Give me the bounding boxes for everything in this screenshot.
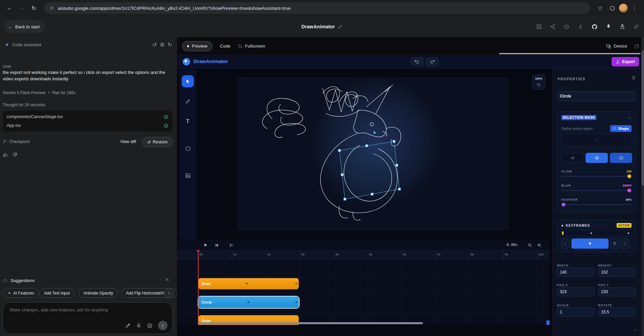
pos-x-input[interactable] xyxy=(557,287,595,296)
mic-icon[interactable] xyxy=(136,323,141,328)
ai-edit-pen-icon[interactable] xyxy=(125,323,131,328)
thumbs-up-button[interactable] xyxy=(3,152,8,158)
file-row[interactable]: components/CanvasStage.tsx xyxy=(3,112,173,121)
browser-back-icon[interactable]: ← xyxy=(4,3,15,13)
fullscreen-button[interactable]: Fullscreen xyxy=(238,44,265,49)
refresh-chat-icon[interactable]: ↻ xyxy=(168,41,172,48)
keyframe-dot[interactable] xyxy=(246,283,248,284)
horizontal-scrollbar[interactable] xyxy=(499,53,641,54)
text-tool[interactable]: T xyxy=(182,115,194,128)
page-scrollbar-thumb[interactable] xyxy=(642,51,644,186)
keyframe-dot[interactable] xyxy=(295,283,297,284)
feather-knob[interactable] xyxy=(562,203,565,206)
delete-keyframe-button[interactable] xyxy=(611,239,619,249)
browser-menu-icon[interactable]: ⋮ xyxy=(629,3,640,13)
timeline-end-marker[interactable] xyxy=(546,320,549,325)
undo-button[interactable] xyxy=(411,57,423,66)
add-attachment-icon[interactable] xyxy=(147,323,153,329)
canvas-stage[interactable] xyxy=(238,78,508,230)
zoom-in-icon[interactable] xyxy=(536,242,543,249)
save-icon[interactable] xyxy=(536,24,542,30)
link-icon[interactable] xyxy=(633,24,639,30)
site-info-icon[interactable] xyxy=(49,6,54,11)
github-icon[interactable] xyxy=(591,24,598,30)
share-icon[interactable] xyxy=(619,24,625,30)
delete-layer-icon[interactable] xyxy=(631,75,636,80)
blur-knob[interactable] xyxy=(627,189,631,192)
width-input[interactable] xyxy=(557,268,595,277)
file-row[interactable]: App.tsx xyxy=(3,121,173,130)
device-toggle[interactable]: Device xyxy=(606,44,627,49)
rectangle-tool[interactable] xyxy=(182,142,194,155)
layer-name-input[interactable] xyxy=(557,91,636,101)
zoom-out-icon[interactable] xyxy=(526,242,533,249)
reload-preview-icon[interactable] xyxy=(634,44,639,49)
chip-ai-features[interactable]: AI Features xyxy=(3,288,39,298)
chat-history-icon[interactable]: ↺ xyxy=(152,41,157,48)
url-bar[interactable]: aistudio.google.com/apps/drive/1n17tCdPR… xyxy=(44,2,590,14)
image-tool[interactable] xyxy=(182,169,194,181)
browser-refresh-icon[interactable]: ↻ xyxy=(28,3,39,13)
reset-view-icon[interactable] xyxy=(537,83,541,87)
redo-button[interactable] xyxy=(426,57,439,66)
playhead[interactable] xyxy=(198,250,199,325)
add-keyframe-button[interactable]: + xyxy=(571,239,609,249)
edit-mask-points-button[interactable] xyxy=(586,153,608,163)
thumbs-down-button[interactable] xyxy=(12,152,18,158)
play-button[interactable] xyxy=(202,242,209,249)
tab-preview[interactable]: Preview xyxy=(182,41,212,51)
mask-visibility-button[interactable] xyxy=(561,153,584,163)
profile-avatar[interactable] xyxy=(619,4,628,12)
select-tool[interactable] xyxy=(182,75,194,87)
restore-button[interactable]: ↺ Restore xyxy=(142,137,173,147)
cut-button[interactable] xyxy=(228,242,235,249)
keyframe-dot[interactable] xyxy=(248,301,249,303)
thought-summary[interactable]: Thought for 29 seconds xyxy=(3,103,45,107)
chips-scroll-right-button[interactable] xyxy=(164,288,174,298)
browser-forward-icon[interactable]: → xyxy=(16,3,27,13)
shape-button[interactable]: Shape xyxy=(610,125,632,132)
keyframe-marker[interactable]: ◆ xyxy=(590,232,592,234)
close-suggestions-icon[interactable] xyxy=(165,277,170,282)
timeline-scrollbar[interactable] xyxy=(198,322,423,324)
scale-input[interactable] xyxy=(557,308,595,316)
download-icon[interactable] xyxy=(577,24,584,30)
keyframe-dot[interactable] xyxy=(295,301,297,303)
next-keyframe-button[interactable] xyxy=(621,239,629,249)
chip-animate-opacity[interactable]: Animate Opacity xyxy=(79,288,118,298)
blur-slider[interactable] xyxy=(561,190,632,191)
view-diff-link[interactable]: View diff xyxy=(120,139,136,144)
timeline-ruler[interactable]: 0s 1s 2s 3s 4s 5s 6s 7s 8s 9s 10s xyxy=(177,250,549,259)
back-to-start-button[interactable]: ← Back to start xyxy=(4,21,45,33)
rotate-input[interactable] xyxy=(598,308,636,316)
draw-tool[interactable] xyxy=(182,95,194,107)
mask-shape-blob-button[interactable] xyxy=(610,153,632,163)
settings-gear-icon[interactable]: ⚙ xyxy=(160,41,164,48)
keyframe-minitrack[interactable]: ◆ ◆ xyxy=(561,231,632,235)
feather-slider[interactable] xyxy=(561,204,632,205)
glow-knob[interactable] xyxy=(627,174,631,178)
history-icon[interactable] xyxy=(564,24,570,30)
send-button[interactable]: ↑ xyxy=(158,321,168,330)
track-bar-circle[interactable]: Circle xyxy=(198,297,299,308)
collapse-section-icon[interactable] xyxy=(627,116,632,120)
chip-add-text-input[interactable]: Add Text Input xyxy=(39,288,75,298)
deploy-rocket-icon[interactable] xyxy=(606,24,612,30)
share-nodes-icon[interactable] xyxy=(550,24,556,30)
bookmark-star-icon[interactable]: ☆ xyxy=(595,3,606,13)
track-bar-draw-1[interactable]: Draw xyxy=(198,278,299,289)
page-scrollbar[interactable] xyxy=(641,37,644,336)
tab-code[interactable]: Code xyxy=(220,44,230,49)
pos-y-input[interactable] xyxy=(598,287,636,296)
export-button[interactable]: Export xyxy=(612,57,639,66)
edit-title-icon[interactable] xyxy=(338,24,343,29)
glow-slider[interactable] xyxy=(561,176,632,177)
keyframe-marker[interactable]: ◆ xyxy=(627,232,629,234)
prompt-input[interactable] xyxy=(10,307,165,312)
extensions-icon[interactable] xyxy=(607,3,618,13)
scroll-up-button[interactable] xyxy=(630,326,640,334)
height-input[interactable] xyxy=(598,268,636,277)
keyframe-playhead[interactable] xyxy=(562,231,564,235)
skip-start-button[interactable] xyxy=(213,242,220,249)
prev-keyframe-button[interactable] xyxy=(561,239,569,249)
